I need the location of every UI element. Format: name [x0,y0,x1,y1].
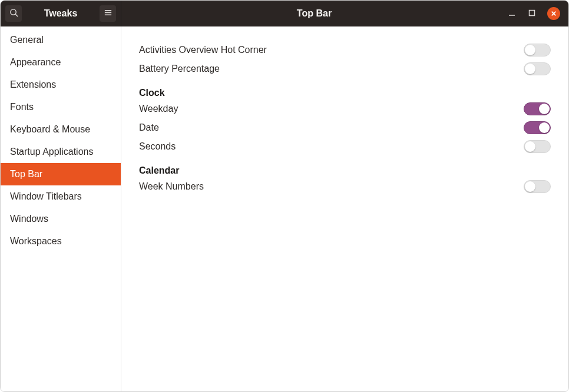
sidebar-item-extensions[interactable]: Extensions [1,74,121,96]
setting-battery-percentage: Battery Percentage [139,59,551,78]
close-button[interactable] [547,7,560,20]
setting-week-numbers: Week Numbers [139,177,551,196]
content-panel: Activities Overview Hot Corner Battery P… [121,26,568,391]
setting-weekday: Weekday [139,99,551,118]
setting-date: Date [139,118,551,137]
window-controls [507,7,568,20]
toggle-date[interactable] [524,121,551,134]
sidebar-item-startup-applications[interactable]: Startup Applications [1,141,121,163]
body: General Appearance Extensions Fonts Keyb… [1,26,568,391]
toggle-seconds[interactable] [524,140,551,153]
menu-button[interactable] [100,5,116,22]
sidebar-item-keyboard-mouse[interactable]: Keyboard & Mouse [1,118,121,141]
page-title: Top Bar [121,8,507,19]
sidebar-item-fonts[interactable]: Fonts [1,96,121,118]
hamburger-icon [104,8,113,19]
sidebar-item-workspaces[interactable]: Workspaces [1,230,121,253]
minimize-icon [508,8,515,19]
sidebar-item-top-bar[interactable]: Top Bar [1,163,121,185]
section-title-clock: Clock [139,88,551,98]
setting-activities-hot-corner: Activities Overview Hot Corner [139,41,551,59]
close-icon [551,8,557,19]
titlebar: Tweaks Top Bar [1,1,568,26]
svg-point-0 [10,9,15,14]
search-button[interactable] [5,5,22,22]
app-title: Tweaks [27,8,95,19]
toggle-weekday[interactable] [524,102,551,115]
toggle-knob [525,141,535,152]
setting-label: Battery Percentage [139,64,220,74]
setting-label: Week Numbers [139,181,204,192]
svg-line-1 [15,14,18,16]
toggle-knob [525,64,535,74]
titlebar-right: Top Bar [121,1,568,26]
maximize-button[interactable] [527,9,537,18]
toggle-knob [539,104,550,114]
sidebar-item-general[interactable]: General [1,29,121,51]
sidebar-item-appearance[interactable]: Appearance [1,51,121,74]
sidebar-item-window-titlebars[interactable]: Window Titlebars [1,185,121,208]
section-title-calendar: Calendar [139,165,551,176]
search-icon [9,8,18,19]
maximize-icon [528,8,535,19]
setting-label: Weekday [139,104,178,114]
toggle-knob [539,122,550,133]
sidebar: General Appearance Extensions Fonts Keyb… [1,26,121,391]
sidebar-item-windows[interactable]: Windows [1,208,121,230]
titlebar-left: Tweaks [1,1,121,26]
setting-seconds: Seconds [139,137,551,156]
setting-label: Seconds [139,141,176,152]
setting-label: Date [139,122,159,133]
toggle-battery-percentage[interactable] [524,62,551,75]
minimize-button[interactable] [507,9,517,18]
toggle-knob [525,45,535,55]
svg-rect-6 [530,11,535,16]
toggle-week-numbers[interactable] [524,180,551,193]
toggle-activities-hot-corner[interactable] [524,44,551,57]
setting-label: Activities Overview Hot Corner [139,45,267,55]
toggle-knob [525,181,535,192]
